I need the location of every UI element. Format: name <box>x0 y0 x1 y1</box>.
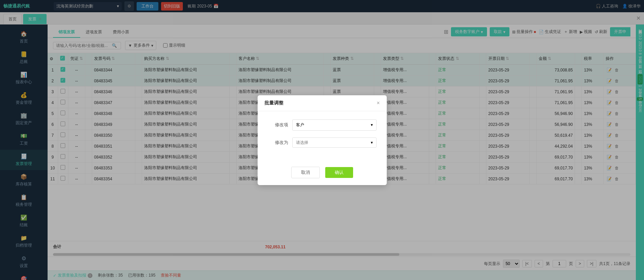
cancel-btn[interactable]: 取消 <box>291 167 320 178</box>
value-selector[interactable]: ▾ <box>292 137 377 148</box>
field-label: 修改项 <box>268 122 288 128</box>
modal-close-btn[interactable]: × <box>377 100 380 106</box>
modal-value-row: 修改为 ▾ <box>268 137 377 148</box>
confirm-btn[interactable]: 确认 <box>325 167 353 178</box>
value-input[interactable] <box>296 140 371 145</box>
field-selector[interactable]: 客户 ▾ <box>292 119 377 131</box>
modal-header: 批量调整 × <box>258 95 387 111</box>
modal-title: 批量调整 <box>264 100 283 106</box>
batch-adjust-modal: 批量调整 × 修改项 客户 ▾ 修改为 ▾ 取消 确认 <box>258 95 387 185</box>
modal-body: 修改项 客户 ▾ 修改为 ▾ <box>258 111 387 163</box>
modal-overlay[interactable]: 批量调整 × 修改项 客户 ▾ 修改为 ▾ 取消 确认 <box>0 0 644 280</box>
modal-field-row: 修改项 客户 ▾ <box>268 119 377 131</box>
field-chevron-icon: ▾ <box>371 122 373 127</box>
value-label: 修改为 <box>268 139 288 146</box>
value-chevron-icon: ▾ <box>371 140 373 145</box>
modal-footer: 取消 确认 <box>258 163 387 185</box>
